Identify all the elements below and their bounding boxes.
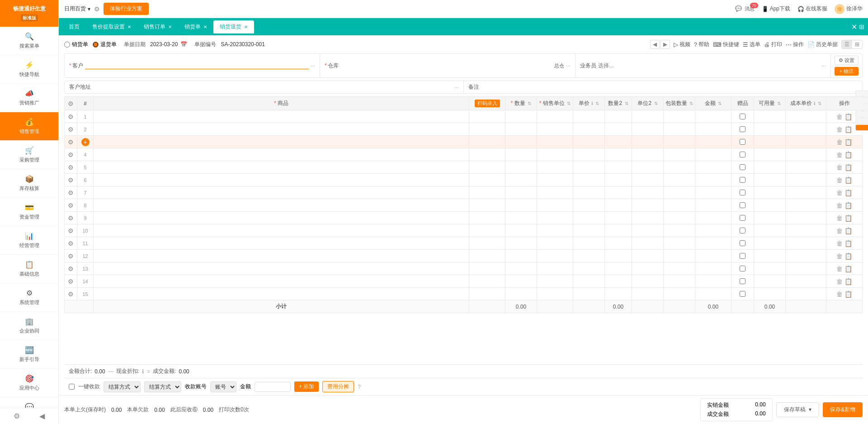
del-btn-3[interactable]: 🗑 — [836, 138, 843, 146]
account-select[interactable]: 账号 — [210, 381, 236, 392]
view-table-btn[interactable]: ☰ — [842, 40, 852, 48]
row-gear-12[interactable]: ⚙ — [66, 252, 75, 260]
copy-btn-1[interactable]: 📋 — [844, 113, 852, 120]
sidebar-item-enterprise[interactable]: 🏢企业协同 — [0, 312, 58, 340]
qty2-sort-icon[interactable]: ⇅ — [625, 101, 628, 106]
sidebar-item-sales-mgmt[interactable]: 💰销售管理 — [0, 112, 58, 141]
rq-btn-0[interactable]: 图 — [855, 91, 868, 97]
tab-close-price-setting[interactable]: ✕ — [127, 24, 131, 29]
del-btn-12[interactable]: 🗑 — [836, 252, 843, 260]
copy-btn-12[interactable]: 📋 — [844, 252, 852, 260]
del-btn-5[interactable]: 🗑 — [836, 164, 843, 171]
gift-cb-14[interactable] — [740, 278, 745, 284]
amount-sort-icon[interactable]: ⇅ — [718, 101, 722, 106]
copy-btn-5[interactable]: 📋 — [844, 164, 852, 171]
restore-tab-icon[interactable]: ⊞ — [859, 23, 864, 30]
discount-help-icon[interactable]: ℹ — [142, 368, 144, 375]
gift-cb-15[interactable] — [740, 291, 745, 297]
gift-cb-9[interactable] — [740, 215, 745, 221]
fee-split-btn[interactable]: 费用分摊 — [322, 381, 354, 392]
gift-cb-4[interactable] — [740, 152, 745, 157]
operate-btn[interactable]: ⋯操作 — [786, 41, 804, 48]
gift-cb-3[interactable] — [740, 139, 745, 145]
sidebar-item-wechat[interactable]: 💬企业微信 — [0, 397, 58, 408]
gift-cb-2[interactable] — [740, 126, 745, 132]
app-download-btn[interactable]: 📱 App下载 — [762, 5, 790, 13]
dropdown-arrow[interactable]: ▾ — [809, 406, 811, 413]
gift-cb-7[interactable] — [740, 190, 745, 195]
online-service-btn[interactable]: 🎧 在线客服 — [797, 5, 827, 13]
radio-sales[interactable]: 销货单 — [64, 41, 88, 48]
unit-sort-icon[interactable]: ⇅ — [567, 101, 571, 106]
sidebar-item-apps[interactable]: 🎯应用中心 — [0, 369, 58, 397]
pack-sort-icon[interactable]: ⇅ — [689, 101, 693, 106]
row-gear-9[interactable]: ⚙ — [66, 214, 75, 222]
del-btn-13[interactable]: 🗑 — [836, 265, 843, 272]
sidebar-item-system[interactable]: ⚙系统管理 — [0, 283, 58, 312]
warehouse-select-btn[interactable]: ··· — [566, 62, 571, 69]
copy-btn-4[interactable]: 📋 — [844, 151, 852, 158]
gift-cb-5[interactable] — [740, 164, 745, 170]
gift-cb-12[interactable] — [740, 253, 745, 259]
sidebar-item-inventory[interactable]: 📦库存核算 — [0, 169, 58, 198]
prev-record-btn[interactable]: ◀ — [650, 40, 660, 49]
copy-btn-2[interactable]: 📋 — [844, 126, 852, 133]
help-btn[interactable]: ?帮助 — [694, 41, 709, 48]
row-gear-2[interactable]: ⚙ — [66, 126, 75, 133]
price-sort-icon[interactable]: ⇅ — [595, 101, 599, 106]
rq-btn-4[interactable]: 改 — [855, 118, 868, 124]
topbar-gear-icon[interactable]: ⚙ — [94, 5, 100, 13]
del-btn-7[interactable]: 🗑 — [836, 189, 843, 196]
gift-cb-6[interactable] — [740, 177, 745, 183]
video-btn[interactable]: ▷视频 — [674, 41, 690, 48]
del-btn-6[interactable]: 🗑 — [836, 176, 843, 184]
sidebar-item-shortcut[interactable]: ⚡快捷导航 — [0, 55, 58, 84]
select-btn[interactable]: ☰选单 — [743, 41, 760, 48]
del-btn-11[interactable]: 🗑 — [836, 240, 843, 247]
address-select-btn[interactable]: ··· — [454, 84, 458, 91]
save-new-btn[interactable]: 保存&新增 — [823, 402, 863, 417]
gift-cb-13[interactable] — [740, 266, 745, 272]
module-selector[interactable]: 日用百货 ▾ — [64, 5, 90, 13]
sidebar-collapse-icon[interactable]: ◀ — [39, 412, 45, 420]
gift-cb-1[interactable] — [740, 114, 745, 119]
copy-btn-10[interactable]: 📋 — [844, 227, 852, 234]
tab-price-setting[interactable]: 售价提取设置✕ — [86, 20, 137, 33]
tab-close-sales-order[interactable]: ✕ — [168, 24, 172, 29]
remark-input[interactable] — [481, 84, 858, 91]
del-btn-8[interactable]: 🗑 — [836, 202, 843, 209]
view-grid-btn[interactable]: ⊞ — [852, 40, 862, 48]
row-gear-8[interactable]: ⚙ — [66, 202, 75, 209]
row-gear-11[interactable]: ⚙ — [66, 240, 75, 247]
copy-btn-7[interactable]: 📋 — [844, 189, 852, 196]
copy-btn-3[interactable]: 📋 — [844, 138, 852, 146]
sidebar-item-finance[interactable]: 💳资金管理 — [0, 198, 58, 226]
amount-input[interactable] — [255, 382, 291, 392]
payment-help-icon[interactable]: ? — [358, 384, 361, 390]
history-btn[interactable]: 📄历史单据 — [807, 41, 838, 48]
settle-method-select[interactable]: 结算方式 — [104, 381, 141, 392]
row-gear-6[interactable]: ⚙ — [66, 176, 75, 184]
print-btn[interactable]: 🖨打印 — [764, 41, 782, 48]
tab-sales-return[interactable]: 销货退货✕ — [213, 20, 254, 33]
tab-close-sales[interactable]: ✕ — [203, 24, 207, 29]
row-gear-7[interactable]: ⚙ — [66, 189, 75, 196]
tab-home[interactable]: 首页 — [62, 20, 86, 33]
sidebar-item-marketing[interactable]: 📣营销推广 — [0, 84, 58, 112]
del-btn-4[interactable]: 🗑 — [836, 151, 843, 158]
staff-select-btn[interactable]: ··· — [821, 62, 826, 69]
exp-btn[interactable]: 体验行业方案 — [104, 3, 149, 15]
sidebar-item-operations[interactable]: 📊经营管理 — [0, 226, 58, 255]
gift-cb-11[interactable] — [740, 240, 745, 246]
one-click-checkbox[interactable] — [69, 384, 75, 390]
row-gear-13[interactable]: ⚙ — [66, 265, 75, 272]
rq-btn-3[interactable]: 收 — [855, 111, 868, 117]
logistics-btn[interactable]: + 物流 — [835, 67, 859, 76]
scan-input-btn[interactable]: 扫码录入 — [475, 100, 500, 107]
del-btn-10[interactable]: 🗑 — [836, 227, 843, 234]
goods-input-3[interactable] — [95, 139, 467, 145]
copy-btn-8[interactable]: 📋 — [844, 202, 852, 209]
avail-sort-icon[interactable]: ⇅ — [777, 101, 781, 106]
row-gear-1[interactable]: ⚙ — [66, 113, 75, 120]
add-row-btn[interactable]: + — [81, 138, 90, 146]
